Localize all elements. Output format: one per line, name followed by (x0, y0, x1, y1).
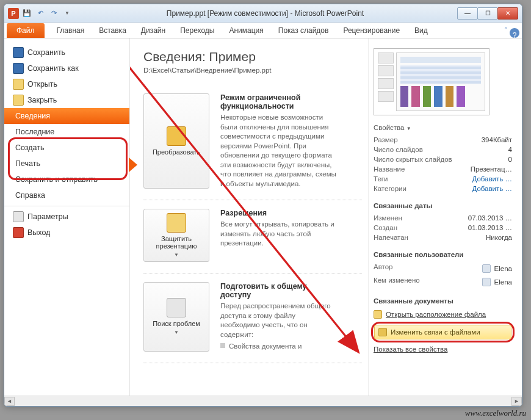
edit-links-label: Изменить связи с файлами (391, 328, 480, 336)
tab-home[interactable]: Главная (49, 23, 92, 38)
save-icon[interactable]: 💾 (21, 8, 32, 19)
tab-slideshow[interactable]: Показ слайдов (271, 23, 336, 38)
properties-header[interactable]: Свойства ▼ (374, 124, 512, 131)
open-location-label: Открыть расположение файла (386, 311, 486, 318)
convert-button-label: Преобразовать (153, 148, 200, 156)
prop-modified-val: 07.03.2013 … (468, 214, 512, 222)
watermark: www.excelworld.ru (465, 408, 526, 418)
prop-tags-key: Теги (374, 175, 388, 183)
nav-close[interactable]: Закрыть (4, 92, 129, 108)
prop-cats-val[interactable]: Добавить … (472, 185, 512, 192)
tab-animation[interactable]: Анимация (222, 23, 270, 38)
nav-exit[interactable]: Выход (4, 225, 129, 241)
people-header: Связанные пользователи (374, 251, 512, 258)
maximize-button[interactable]: ☐ (477, 7, 498, 20)
lock-icon (167, 213, 186, 233)
edit-links-button[interactable]: Изменить связи с файлами (374, 325, 511, 339)
prop-slides-val: 4 (508, 146, 512, 153)
backstage-nav: Сохранить Сохранить как Открыть Закрыть … (4, 38, 130, 396)
page-title: Сведения: Пример (143, 49, 362, 64)
nav-saveandsend-label: Сохранить и отправить (15, 175, 98, 184)
section-compat: Преобразовать Режим ограниченной функцио… (143, 85, 362, 200)
nav-save-label: Сохранить (27, 48, 65, 57)
nav-options[interactable]: Параметры (4, 206, 129, 225)
nav-save[interactable]: Сохранить (4, 45, 129, 60)
nav-saveandsend[interactable]: Сохранить и отправить (4, 172, 129, 187)
section-compat-title: Режим ограниченной функциональности (220, 93, 336, 110)
section-permissions-body: Все могут открывать, копировать и изменя… (220, 220, 336, 248)
tab-review[interactable]: Рецензирование (336, 23, 407, 38)
section-prepare-body: Перед распространением общего доступа к … (220, 302, 336, 339)
scroll-left-icon[interactable]: ◄ (4, 397, 15, 406)
prop-tags-val[interactable]: Добавить … (472, 175, 512, 183)
nav-info-label: Сведения (15, 112, 50, 120)
section-permissions: Защитить презентацию ▼ Разрешения Все мо… (143, 200, 362, 273)
convert-button[interactable]: Преобразовать (143, 93, 209, 189)
avatar-icon (482, 264, 491, 273)
section-compat-body: Некоторые новые возможности были отключе… (220, 113, 336, 189)
avatar-icon (482, 278, 491, 286)
dates-header: Связанные даты (374, 202, 512, 209)
prop-author-key: Автор (374, 263, 392, 274)
titlebar: P 💾 ↶ ↷ ▼ Пример.ppt [Режим совместимост… (4, 4, 522, 23)
tab-view[interactable]: Вид (407, 23, 435, 38)
open-location-link[interactable]: Открыть расположение файла (374, 308, 512, 320)
window-title: Пример.ppt [Режим совместимости] - Micro… (73, 9, 458, 18)
section-prepare-title: Подготовить к общему доступу (220, 282, 336, 299)
nav-help-label: Справка (15, 191, 45, 200)
check-issues-button[interactable]: Поиск проблем ▼ (143, 282, 209, 352)
folder-icon (374, 310, 382, 319)
tab-file[interactable]: Файл (7, 23, 45, 38)
nav-help[interactable]: Справка (4, 187, 129, 203)
prop-title-key: Название (374, 165, 405, 173)
close-button[interactable]: ✕ (497, 7, 518, 20)
bullet-icon (220, 343, 225, 348)
powerpoint-icon: P (8, 8, 19, 19)
prop-lastmod-key: Кем изменено (374, 277, 420, 288)
prop-size-key: Размер (374, 136, 398, 143)
nav-info[interactable]: Сведения (4, 108, 129, 124)
check-issues-button-label: Поиск проблем (153, 320, 200, 327)
prop-author-val[interactable]: Elena (494, 265, 512, 272)
window-controls: — ☐ ✕ (458, 7, 518, 20)
nav-print[interactable]: Печать (4, 156, 129, 172)
prop-created-val: 01.03.2013 … (468, 224, 512, 231)
nav-saveas-label: Сохранить как (27, 64, 79, 73)
protect-button-label: Защитить презентацию (146, 235, 206, 250)
nav-recent[interactable]: Последние (4, 124, 129, 140)
chevron-down-icon: ▼ (174, 252, 179, 258)
nav-saveas[interactable]: Сохранить как (4, 60, 129, 76)
scroll-right-icon[interactable]: ► (511, 397, 522, 406)
tab-insert[interactable]: Вставка (92, 23, 134, 38)
ribbon-minimize-icon[interactable]: ˆ (502, 24, 510, 38)
nav-open[interactable]: Открыть (4, 76, 129, 92)
show-all-props-link[interactable]: Показать все свойства (374, 344, 512, 355)
prop-title-val[interactable]: Презентац… (471, 165, 512, 173)
quick-access-toolbar: P 💾 ↶ ↷ ▼ (8, 8, 73, 19)
protect-button[interactable]: Защитить презентацию ▼ (143, 209, 209, 262)
prop-printed-key: Напечатан (374, 234, 408, 241)
tab-design[interactable]: Дизайн (134, 23, 173, 38)
redo-icon[interactable]: ↷ (48, 8, 59, 19)
minimize-button[interactable]: — (457, 7, 478, 20)
tab-transitions[interactable]: Переходы (173, 23, 222, 38)
help-icon[interactable]: ? (510, 28, 519, 38)
check-icon (167, 298, 186, 317)
backstage-view: Сохранить Сохранить как Открыть Закрыть … (4, 38, 522, 396)
prop-cats-key: Категории (374, 185, 406, 192)
section-prepare: Поиск проблем ▼ Подготовить к общему дос… (143, 273, 362, 363)
prop-printed-val: Никогда (486, 234, 512, 241)
undo-icon[interactable]: ↶ (35, 8, 46, 19)
chevron-down-icon: ▼ (174, 330, 179, 335)
prop-slides-key: Число слайдов (374, 146, 423, 153)
nav-print-label: Печать (15, 159, 40, 168)
nav-open-label: Открыть (27, 80, 57, 89)
nav-new[interactable]: Создать (4, 140, 129, 156)
horizontal-scrollbar[interactable]: ◄ ► (4, 396, 522, 406)
slide-thumbnail (374, 48, 489, 115)
docs-header: Связанные документы (374, 297, 512, 305)
prop-hidden-key: Число скрытых слайдов (374, 156, 452, 163)
qat-dropdown-icon[interactable]: ▼ (62, 8, 73, 19)
file-path: D:\Excel\Статьи\Внедрение\Пример.ppt (143, 67, 362, 74)
prop-hidden-val: 0 (508, 156, 512, 163)
